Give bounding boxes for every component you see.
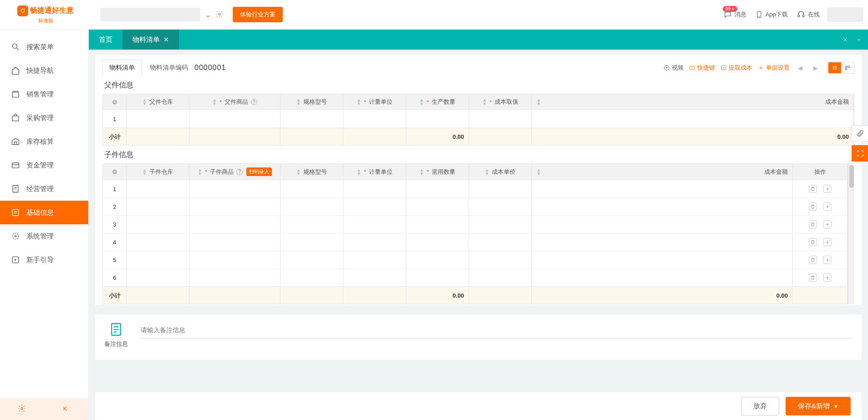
svg-rect-24: [690, 66, 695, 70]
system-icon: [11, 232, 20, 241]
org-selector[interactable]: ⌄: [100, 8, 224, 21]
shortcut-link[interactable]: 快捷键: [689, 64, 715, 72]
sidebar-item-search[interactable]: 搜索菜单: [0, 35, 88, 59]
sidebar-item-purchase[interactable]: 采购管理: [0, 106, 88, 130]
doc-type-tab[interactable]: 物料清单: [102, 60, 142, 76]
save-and-new-button[interactable]: 保存&新增▼: [786, 397, 851, 415]
prev-doc-icon[interactable]: ◀: [795, 63, 805, 73]
next-doc-icon[interactable]: ▶: [811, 63, 821, 73]
brand-logo: 畅捷通好生意 标准版: [5, 5, 87, 24]
app-download-button[interactable]: App下载: [751, 8, 792, 21]
child-table-row[interactable]: 5＋: [103, 251, 848, 268]
svg-rect-4: [798, 15, 799, 17]
messages-button[interactable]: 99 + 消息: [719, 8, 751, 21]
col-parent-amount[interactable]: ▲▼成本金额: [532, 94, 854, 110]
view-list-icon[interactable]: [828, 62, 841, 73]
col-parent-spec[interactable]: ▲▼规格型号: [281, 94, 343, 110]
tab-bom[interactable]: 物料清单✕: [123, 30, 179, 50]
help-icon[interactable]: ?: [251, 99, 257, 105]
delete-row-icon[interactable]: [809, 273, 817, 282]
child-table-row[interactable]: 4＋: [103, 233, 848, 251]
child-table-row[interactable]: 1＋: [103, 180, 848, 197]
delete-row-icon[interactable]: [809, 256, 817, 264]
sidebar-item-label: 搜索菜单: [26, 43, 54, 51]
sidebar-item-sales[interactable]: 销售管理: [0, 82, 88, 106]
doc-settings-link[interactable]: 单据设置: [758, 64, 790, 72]
chevron-down-icon: ⌄: [205, 10, 211, 19]
close-tab-icon[interactable]: [840, 34, 851, 45]
svg-point-1: [219, 13, 221, 15]
col-parent-unit[interactable]: ▲▼*计量单位: [343, 94, 406, 110]
sidebar-item-operation[interactable]: 经营管理: [0, 177, 88, 201]
sidebar-item-inventory[interactable]: 库存核算: [0, 130, 88, 153]
delete-row-icon[interactable]: [809, 220, 817, 228]
svg-rect-5: [803, 15, 804, 17]
close-icon[interactable]: ✕: [163, 36, 169, 43]
sidebar-item-label: 系统管理: [26, 232, 54, 241]
add-row-icon[interactable]: ＋: [823, 273, 832, 282]
sales-icon: [11, 90, 20, 99]
sidebar-item-funds[interactable]: 资金管理: [0, 153, 88, 177]
delete-row-icon[interactable]: [809, 185, 817, 193]
col-parent-qty[interactable]: ▲▼*生产数量: [406, 94, 469, 110]
parent-table-row[interactable]: 1: [103, 110, 854, 127]
col-child-ops: 操作: [793, 164, 848, 180]
sidebar: 搜索菜单快捷导航销售管理采购管理库存核算资金管理经营管理基础信息系统管理新手引导: [0, 30, 89, 420]
help-icon[interactable]: ?: [236, 169, 243, 175]
video-link[interactable]: 视频: [664, 64, 684, 72]
col-parent-wh[interactable]: ▲▼父件仓库: [127, 94, 189, 110]
collapse-sidebar-icon[interactable]: [61, 405, 71, 414]
col-child-unit[interactable]: ▲▼*计量单位: [343, 164, 406, 180]
add-row-icon[interactable]: ＋: [823, 256, 832, 264]
gear-icon[interactable]: ⚙: [112, 99, 117, 106]
svg-point-19: [12, 233, 18, 239]
add-row-icon[interactable]: ＋: [823, 238, 832, 246]
child-table-row[interactable]: 2＋: [103, 197, 848, 215]
extract-cost-link[interactable]: 提取成本: [720, 64, 752, 72]
inventory-icon: [11, 137, 20, 146]
sidebar-item-system[interactable]: 系统管理: [0, 224, 88, 248]
gear-icon[interactable]: [215, 10, 224, 20]
child-table-row[interactable]: 6＋: [103, 268, 848, 286]
attachment-icon[interactable]: [852, 125, 868, 142]
add-row-icon[interactable]: ＋: [823, 202, 832, 211]
remarks-input[interactable]: [139, 322, 853, 339]
fullscreen-icon[interactable]: [852, 145, 868, 162]
sidebar-footer: [0, 398, 88, 420]
experience-solution-button[interactable]: 体验行业方案: [233, 7, 283, 22]
col-child-price[interactable]: ▲▼成本单价: [469, 164, 532, 180]
brand-mark-icon: [17, 5, 28, 16]
add-row-icon[interactable]: ＋: [823, 185, 832, 193]
col-child-amount[interactable]: ▲▼成本金额: [532, 164, 793, 180]
tab-home[interactable]: 首页: [89, 30, 123, 50]
quicknav-icon: [11, 66, 20, 75]
view-card-icon[interactable]: [841, 62, 854, 73]
sidebar-item-label: 销售管理: [26, 90, 54, 99]
main-area: 首页物料清单✕ 物料清单 物料清单编码 0000001: [89, 30, 868, 420]
discard-button[interactable]: 放弃: [741, 397, 779, 415]
gear-icon[interactable]: [18, 405, 26, 414]
col-parent-goods[interactable]: ▲▼*父件商品?: [189, 94, 281, 110]
add-row-icon[interactable]: ＋: [823, 220, 832, 228]
gear-icon[interactable]: ⚙: [112, 168, 117, 175]
col-child-goods[interactable]: ▲▼*子件商品?扫码录入: [189, 164, 281, 180]
headset-icon: [797, 10, 805, 19]
delete-row-icon[interactable]: [809, 202, 817, 211]
online-support-button[interactable]: 在线: [792, 8, 824, 21]
chevron-down-icon: ▼: [833, 404, 838, 409]
sidebar-item-basic[interactable]: 基础信息: [0, 201, 88, 224]
delete-row-icon[interactable]: [809, 238, 817, 246]
col-child-qty[interactable]: ▲▼*需用数量: [406, 164, 469, 180]
user-avatar-redacted[interactable]: [827, 7, 863, 22]
scan-entry-badge[interactable]: 扫码录入: [246, 167, 272, 176]
col-child-spec[interactable]: ▲▼规格型号: [281, 164, 343, 180]
doc-code: 物料清单编码 0000001: [150, 64, 226, 72]
sidebar-item-quicknav[interactable]: 快捷导航: [0, 59, 88, 82]
col-parent-costv[interactable]: ▲▼*成本取值: [469, 94, 532, 110]
child-table-row[interactable]: 3＋: [103, 215, 848, 233]
tab-more-icon[interactable]: [853, 34, 864, 45]
sidebar-item-guide[interactable]: 新手引导: [0, 248, 88, 272]
child-table-scrollbar[interactable]: [848, 163, 854, 304]
col-child-wh[interactable]: ▲▼子件仓库: [127, 164, 189, 180]
sidebar-item-label: 基础信息: [26, 208, 54, 217]
